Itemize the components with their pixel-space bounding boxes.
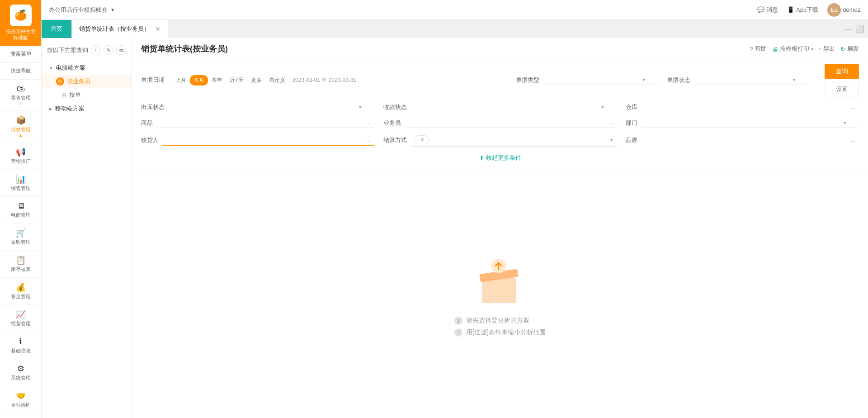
app-download-label[interactable]: App下载 [796,6,818,14]
doc-type-dropdown[interactable]: ▾ [543,75,657,85]
date-label: 单据日期 [141,76,165,84]
goods-more[interactable]: ... [366,119,371,126]
brand-input[interactable]: ... [641,135,859,145]
tree-label-desktop: 电脑端方案 [56,64,85,72]
doc-type-arrow: ▾ [642,77,645,83]
tree-section: ▼ 电脑端方案 按 按业务员 ⊞ 按单 ▶ 移动端方案 [42,59,132,117]
print-label[interactable]: 按模板打印 [780,45,809,53]
sidebar-item-cooperation[interactable]: 🤝 企业协同 [0,386,41,413]
filter-item-salesperson: 业务员 ... [383,118,617,128]
sidebar-item-marketing[interactable]: 📢 营销推广 [0,142,41,170]
search-menu[interactable]: 搜索菜单 [0,46,41,63]
user-profile[interactable]: Ea demo2 [827,3,861,17]
user-name[interactable]: demo2 [843,6,861,13]
tab-close-icon[interactable]: ✕ [155,25,160,33]
tab-home-label[interactable]: 首页 [51,25,62,33]
help-btn[interactable]: ? 帮助 [750,45,766,53]
warehouse-input[interactable]: ... [641,102,859,112]
department-dropdown[interactable]: ▾ [641,118,859,128]
message-icon: 💬 [757,6,764,13]
settlement-arrow: ▾ [610,137,613,143]
tree-item-desktop[interactable]: ▼ 电脑端方案 [42,61,132,75]
sidebar-item-finance[interactable]: 💰 资金管理 [0,278,41,305]
app-logo: 🍊 畅捷通好生意 标准版 [0,0,41,46]
print-btn[interactable]: 🖨 按模板打印 ▾ [772,45,813,53]
consignee-input[interactable]: ... [162,135,374,146]
app-download-icon: 📱 [787,6,794,13]
tab-home[interactable]: 首页 [42,20,72,38]
tree-sub-item-salesperson[interactable]: 按 按业务员 [42,75,132,88]
message-btn[interactable]: 💬 消息 [757,6,778,14]
filter-item-department: 部门 ▾ [626,118,859,128]
edit-scheme-btn[interactable]: ✎ [104,45,113,55]
salesperson-more[interactable]: ... [609,119,613,126]
tree-arrow-desktop: ▼ [49,66,53,71]
sidebar-item-sales[interactable]: 📊 销售管理 [0,170,41,197]
add-scheme-btn[interactable]: + [91,45,101,55]
payment-status-label: 收款状态 [383,103,407,111]
consignee-more[interactable]: ... [366,137,371,143]
tab-report-label: 销货单统计表（按业务员） [79,25,150,33]
app-download-btn[interactable]: 📱 App下载 [787,6,818,14]
tab-report[interactable]: 销货单统计表（按业务员） ✕ [72,20,168,38]
date-btn-custom[interactable]: 自定义 [265,75,289,86]
filter-area: 单据日期 上月 本月 本年 近7天 更多 自定义 2023-03-01 至 20… [132,58,868,171]
export-label[interactable]: 导出 [823,45,835,53]
sidebar-item-ecommerce[interactable]: 🖥 电商管理 [0,197,41,223]
collapse-label[interactable]: 收起更多条件 [486,154,521,162]
search-menu-label[interactable]: 搜索菜单 [10,51,32,57]
sidebar-item-inventory[interactable]: 📋 库存核算 [0,251,41,278]
salesperson-input[interactable]: ... [405,118,617,128]
sales-icon: 📊 [16,174,26,184]
sidebar-item-guide[interactable]: 🎯 新手引导 [0,413,41,418]
settings-button[interactable]: 设置 [825,82,859,96]
filter-item-goods: 商品 ... [141,118,374,128]
topbar-right: 💬 消息 📱 App下载 Ea demo2 [757,3,861,17]
sidebar-item-operations[interactable]: 📈 经营管理 [0,305,41,332]
query-button[interactable]: 查询 [825,64,859,79]
sidebar-item-quick-nav[interactable]: 快捷导航 [0,63,41,80]
tree-item-mobile[interactable]: ▶ 移动端方案 [42,102,132,115]
right-panel-header: 销货单统计表(按业务员) ? 帮助 🖨 按模板打印 ▾ ↑ 导出 [132,38,868,58]
date-btn-last-month[interactable]: 上月 [172,75,190,86]
refresh-label[interactable]: 刷新 [847,45,859,53]
date-btn-more[interactable]: 更多 [247,75,265,86]
filter-row-1: 单据日期 上月 本月 本年 近7天 更多 自定义 2023-03-01 至 20… [141,64,859,96]
collapse-btn[interactable]: ≪ [116,45,126,55]
brand-more[interactable]: ... [851,137,855,143]
out-status-dropdown[interactable]: ▾ [168,102,374,112]
date-btn-7days[interactable]: 近7天 [226,75,247,86]
quick-nav-label[interactable]: 快捷导航 [11,67,31,74]
sidebar-item-wholesale[interactable]: 📦 批发管理 ▲ [0,111,41,142]
help-label[interactable]: 帮助 [755,45,767,53]
doc-status-dropdown[interactable]: ▾ [694,75,808,85]
goods-label: 商品 [141,119,153,127]
sidebar-item-purchase[interactable]: 🛒 采购管理 [0,223,41,251]
date-btn-this-year[interactable]: 本年 [208,75,226,86]
collapse-conditions-btn[interactable]: ⬆ 收起更多条件 [479,154,521,162]
brand-label: 品牌 [626,136,637,144]
retail-arrow: ▼ [19,101,23,106]
tree-sub-item-order[interactable]: ⊞ 按单 [42,88,132,102]
sidebar-item-retail[interactable]: 🛍 零售管理 ▼ [0,80,41,111]
sidebar-item-system[interactable]: ⚙ 系统管理 [0,359,41,386]
settlement-input[interactable]: ✕ ▾ [410,133,617,147]
topbar-dropdown-icon[interactable]: ▾ [111,6,114,13]
filter-row-4: 收货人 ... 结算方式 ✕ ▾ [141,133,859,147]
payment-status-dropdown[interactable]: ▾ [410,102,617,112]
goods-input[interactable]: ... [156,118,374,128]
sidebar-item-basic-info[interactable]: ℹ 基础信息 [0,332,41,359]
tab-maximize-btn[interactable]: ⬜ [855,25,864,33]
left-panel: 按以下方案查询 + ✎ ≪ ▼ 电脑端方案 按 按业务员 ⊞ 按单 [42,38,132,418]
export-btn[interactable]: ↑ 导出 [819,45,835,53]
settlement-tag-close[interactable]: ✕ [420,137,425,143]
message-label[interactable]: 消息 [766,6,778,14]
tab-minimize-btn[interactable]: — [844,25,852,33]
tabbar: 首页 销货单统计表（按业务员） ✕ — ⬜ [42,20,868,38]
logo-emoji: 🍊 [14,10,27,21]
left-panel-title: 按以下方案查询 [47,46,88,54]
salesperson-icon: 按 [56,77,64,86]
warehouse-more[interactable]: ... [851,104,855,110]
refresh-btn[interactable]: ↻ 刷新 [840,45,859,53]
date-btn-this-month[interactable]: 本月 [190,75,208,86]
